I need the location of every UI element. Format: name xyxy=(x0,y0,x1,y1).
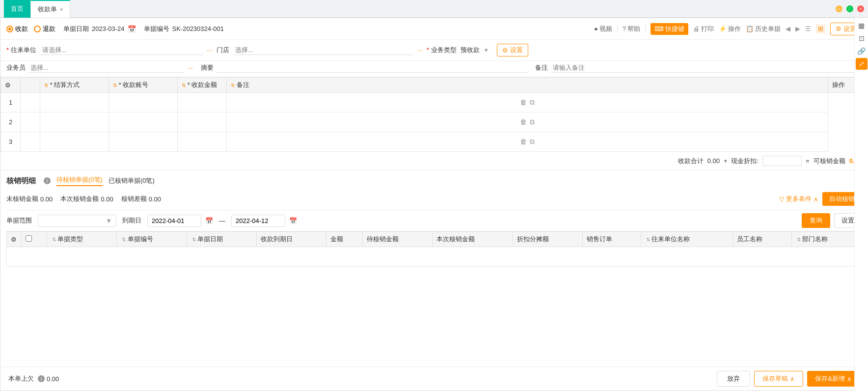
radio-refund-label: 退款 xyxy=(43,25,55,33)
table-settings2-icon[interactable]: ⚙ xyxy=(11,236,17,243)
due-date-start-input[interactable] xyxy=(147,215,201,227)
row2-copy-icon[interactable]: ⧉ xyxy=(530,118,535,126)
close-button[interactable]: × xyxy=(857,5,864,12)
query-button[interactable]: 查询 xyxy=(802,213,830,228)
tab-receipt[interactable]: 收款单 × xyxy=(30,0,70,18)
biz-settings-icon: ⚙ xyxy=(502,47,508,54)
col-remark-sort[interactable]: ⇅ xyxy=(231,83,235,88)
row1-copy-icon[interactable]: ⧉ xyxy=(530,98,535,107)
stat-value: 0.00 xyxy=(47,375,59,383)
sidebar-expand-icon[interactable]: ⤢ xyxy=(856,58,868,70)
summary-input[interactable] xyxy=(217,63,527,73)
counterpart-input[interactable] xyxy=(40,45,203,55)
nav-next-icon[interactable]: ▶ xyxy=(795,25,800,32)
col-account-sort[interactable]: ⇅ xyxy=(113,83,117,88)
stat-label: 本单上欠 xyxy=(8,374,34,383)
dept-sort-icon[interactable]: ⇅ xyxy=(797,237,801,242)
sidebar-image-icon[interactable]: ⊡ xyxy=(856,32,868,44)
biz-settings-button[interactable]: ⚙ 设置 xyxy=(497,44,528,56)
row1-delete-icon[interactable]: 🗑 xyxy=(520,98,527,107)
due-date-start-cal-icon[interactable]: 📅 xyxy=(205,217,213,224)
shortcut-button[interactable]: ⌨ 快捷键 xyxy=(651,23,688,35)
pending-tab[interactable]: 待核销单据(0笔) xyxy=(56,175,103,186)
sidebar-link-icon[interactable]: 🔗 xyxy=(856,45,868,57)
row1-settle[interactable] xyxy=(21,93,40,112)
store-more-icon[interactable]: ··· xyxy=(417,46,423,54)
calendar-icon[interactable]: 📅 xyxy=(128,25,136,33)
save-draft-button[interactable]: 保存草稿 ∧ xyxy=(754,371,803,387)
col-settings[interactable]: ⚙ xyxy=(1,78,21,93)
col-settle-sort[interactable]: ⇅ xyxy=(44,83,48,88)
remark-input[interactable] xyxy=(551,63,862,73)
counterpart-sort-icon[interactable]: ⇅ xyxy=(646,237,650,242)
row1-account[interactable] xyxy=(40,93,109,112)
row1-remark[interactable] xyxy=(178,93,227,112)
verify-info-icon[interactable]: i xyxy=(44,177,51,184)
col-check-all[interactable] xyxy=(22,232,47,247)
table-row: 2 🗑 ⧉ xyxy=(1,112,868,132)
help-button[interactable]: ? 帮助 xyxy=(623,25,640,33)
more-filter-button[interactable]: ▽ 更多条件 ∧ xyxy=(779,195,818,203)
row1-num: 1 xyxy=(1,93,21,112)
row2-amount[interactable] xyxy=(109,112,178,132)
stat-info-icon[interactable]: i xyxy=(38,375,45,382)
col-bill-date: ⇅ 单据日期 xyxy=(187,232,256,247)
col-account-header: ⇅ * 收款账号 xyxy=(109,78,178,93)
filter-row: 单据范围 ▼ 到期日 📅 — 📅 查询 设置 xyxy=(6,210,862,231)
grid-icon[interactable]: ⊞ xyxy=(816,24,825,33)
store-input[interactable] xyxy=(233,45,413,55)
stats-row: 未核销金额 0.00 本次核销金额 0.00 核销差额 0.00 ▽ 更多条件 … xyxy=(6,190,862,210)
row2-delete-icon[interactable]: 🗑 xyxy=(520,118,527,126)
row3-copy-icon[interactable]: ⧉ xyxy=(530,138,535,146)
staff-more-icon[interactable]: ··· xyxy=(187,64,193,72)
sidebar-table-icon[interactable]: ▦ xyxy=(856,20,868,31)
store-field: 门店 ··· xyxy=(217,45,423,55)
date-dash: — xyxy=(219,217,225,224)
due-date-end-cal-icon[interactable]: 📅 xyxy=(289,217,297,224)
row3-delete-icon[interactable]: 🗑 xyxy=(520,138,527,146)
col-bill-num: ⇅ 单据编号 xyxy=(117,232,187,247)
row1-amount[interactable] xyxy=(109,93,178,112)
remark-label: 备注 xyxy=(535,63,548,72)
row2-account[interactable] xyxy=(40,112,109,132)
save-new-button[interactable]: 保存&新增 ∧ xyxy=(807,371,860,387)
bill-date-sort-icon[interactable]: ⇅ xyxy=(192,237,196,242)
radio-refund[interactable]: 退款 xyxy=(34,25,55,33)
row3-account[interactable] xyxy=(40,132,109,152)
tab-close-icon[interactable]: × xyxy=(60,6,63,12)
biz-type-value: 预收款 xyxy=(461,46,480,55)
diff-stat: 核销差额 0.00 xyxy=(121,195,161,203)
row3-remark[interactable] xyxy=(178,132,227,152)
row3-settle[interactable] xyxy=(21,132,40,152)
maximize-button[interactable]: □ xyxy=(846,5,853,12)
col-remark-header: ⇅ 备注 xyxy=(227,78,828,93)
due-date-end-input[interactable] xyxy=(231,215,285,227)
bill-type-sort-icon[interactable]: ⇅ xyxy=(52,237,56,242)
bill-range-select[interactable]: ▼ xyxy=(38,215,116,227)
abandon-button[interactable]: 放弃 xyxy=(717,371,750,387)
filter-arrow-icon: ∧ xyxy=(814,196,818,203)
ops-button[interactable]: ⚡ 操作 xyxy=(719,25,741,33)
done-tab[interactable]: 已核销单据(0笔) xyxy=(108,176,155,185)
row2-settle[interactable] xyxy=(21,112,40,132)
row3-action: 🗑 ⧉ xyxy=(227,132,828,152)
row2-remark[interactable] xyxy=(178,112,227,132)
print-button[interactable]: 🖨 打印 xyxy=(693,25,714,33)
counterpart-more-icon[interactable]: ··· xyxy=(207,46,213,54)
tab-home[interactable]: 首页 xyxy=(4,0,30,18)
list-icon[interactable]: ☰ xyxy=(805,25,811,32)
equals-sign: = xyxy=(806,157,810,165)
col-amount-sort[interactable]: ⇅ xyxy=(182,83,186,88)
radio-receipt[interactable]: 收款 xyxy=(6,25,28,33)
video-button[interactable]: ● 视频 xyxy=(594,25,612,33)
check-all-checkbox[interactable] xyxy=(26,235,32,242)
summary-label: 摘要 xyxy=(201,63,214,72)
bill-num-sort-icon[interactable]: ⇅ xyxy=(122,237,126,242)
minimize-button[interactable]: — xyxy=(836,5,842,12)
biz-type-arrow-icon[interactable]: ▼ xyxy=(484,47,489,53)
staff-input[interactable] xyxy=(28,63,184,73)
history-button[interactable]: 📋 历史单据 xyxy=(746,25,781,33)
nav-prev-icon[interactable]: ◀ xyxy=(786,25,790,32)
row3-amount[interactable] xyxy=(109,132,178,152)
discount-input[interactable] xyxy=(762,156,802,166)
